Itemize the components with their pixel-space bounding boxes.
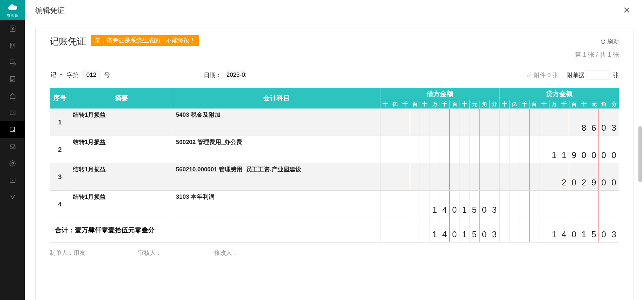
digit-cell <box>510 136 519 163</box>
th-seq: 序号 <box>50 88 70 109</box>
digit-cell <box>530 163 539 190</box>
voucher-type-select[interactable]: 记 <box>50 69 64 81</box>
row-subject[interactable]: 5403 税金及附加 <box>173 109 380 136</box>
sidebar-item-4[interactable] <box>0 71 25 88</box>
sidebar-item-8[interactable] <box>0 138 25 155</box>
sidebar-item-10[interactable] <box>0 172 25 189</box>
digit-cell: 5 <box>470 218 479 242</box>
digit-cell <box>609 191 619 218</box>
row-credit[interactable]: 1190000 <box>500 136 619 163</box>
digit-cell: 4 <box>440 191 450 218</box>
zidi-label: 字第 <box>67 71 79 79</box>
digit-header: 亿 <box>390 100 400 109</box>
row-summary[interactable]: 结转1月损益 <box>70 163 173 191</box>
digit-cell: 1 <box>460 218 469 242</box>
digit-header: 百 <box>450 100 460 109</box>
digit-cell <box>500 191 510 218</box>
table-row[interactable]: 3 结转1月损益 560210.000001 管理费用_员工工资.产业园建设 2… <box>50 163 619 191</box>
modal-header: 编辑凭证 ✕ <box>25 0 644 21</box>
digit-header: 元 <box>589 100 599 109</box>
digit-cell <box>410 163 420 190</box>
digit-cell <box>489 109 499 136</box>
digit-cell <box>410 191 420 218</box>
row-debit[interactable]: 1401503 <box>380 191 499 218</box>
digit-cell <box>519 109 529 136</box>
digit-cell: 4 <box>559 218 569 242</box>
sidebar-item-9[interactable] <box>0 155 25 172</box>
digit-cell <box>430 136 440 163</box>
row-summary[interactable]: 结转1月损益 <box>70 136 173 163</box>
digit-header: 角 <box>479 100 489 109</box>
row-credit[interactable] <box>500 191 619 218</box>
digit-header: 万 <box>430 100 440 109</box>
close-icon[interactable]: ✕ <box>620 4 634 17</box>
digit-cell <box>440 136 450 163</box>
date-input[interactable] <box>226 70 246 80</box>
page-indicator: 第 1 张 / 共 1 张 <box>50 50 619 59</box>
sidebar: 旗舰版 <box>0 0 25 300</box>
sidebar-logo-text: 旗舰版 <box>7 13 18 18</box>
digit-cell <box>380 163 390 190</box>
digit-cell <box>510 109 519 136</box>
table-row[interactable]: 2 结转1月损益 560202 管理费用_办公费 1190000 <box>50 136 619 163</box>
modifier-label: 修改人： <box>214 249 238 257</box>
voucher-number-input[interactable] <box>82 70 101 80</box>
system-generated-badge: 亲，该凭证是系统生成的，不能修改！ <box>91 35 199 46</box>
row-debit[interactable] <box>380 163 499 190</box>
building-icon <box>9 42 16 49</box>
table-row[interactable]: 4 结转1月损益 3103 本年利润 1401503 <box>50 191 619 218</box>
sidebar-item-1[interactable] <box>0 20 25 37</box>
digit-cell: 1 <box>559 136 569 163</box>
digit-header: 百 <box>410 100 420 109</box>
digit-header: 十 <box>539 100 549 109</box>
row-debit[interactable] <box>380 109 499 136</box>
attach-count-input[interactable] <box>587 70 611 80</box>
sidebar-item-7[interactable] <box>0 121 25 138</box>
digit-cell <box>460 163 469 190</box>
digit-cell <box>380 191 390 218</box>
row-summary[interactable]: 结转1月损益 <box>70 109 173 136</box>
row-seq: 4 <box>50 191 70 218</box>
digit-cell <box>559 109 569 136</box>
digit-cell: 0 <box>479 218 489 242</box>
digit-cell: 0 <box>609 163 619 190</box>
modal-body: 记账凭证 亲，该凭证是系统生成的，不能修改！ 刷新 第 1 张 / 共 1 张 … <box>25 21 644 300</box>
hao-label: 号 <box>104 71 110 79</box>
digit-cell: 0 <box>599 136 609 163</box>
row-debit[interactable] <box>380 136 499 163</box>
table-row[interactable]: 1 结转1月损益 5403 税金及附加 8603 <box>50 109 619 136</box>
row-seq: 2 <box>50 136 70 163</box>
th-summary: 摘要 <box>70 88 173 109</box>
row-summary[interactable]: 结转1月损益 <box>70 191 173 218</box>
digit-cell <box>549 191 559 218</box>
sidebar-item-5[interactable] <box>0 88 25 104</box>
modal-title: 编辑凭证 <box>35 6 65 15</box>
row-subject[interactable]: 560210.000001 管理费用_员工工资.产业园建设 <box>173 163 380 191</box>
digit-cell <box>450 163 460 190</box>
row-subject[interactable]: 560202 管理费用_办公费 <box>173 136 380 163</box>
sidebar-item-3[interactable] <box>0 54 25 71</box>
digit-cell <box>380 136 390 163</box>
attach-count-label: 附件 0 张 <box>534 71 558 79</box>
digit-cell <box>470 136 479 163</box>
sidebar-item-6[interactable] <box>0 104 25 121</box>
voucher-type-label: 记 <box>50 71 56 79</box>
footer-row: 制单人：用友 审核人： 修改人： <box>50 249 619 257</box>
digit-header: 百 <box>569 100 579 109</box>
sidebar-item-2[interactable] <box>0 37 25 54</box>
row-credit[interactable]: 202900 <box>500 163 619 190</box>
scrollbar-thumb[interactable] <box>638 126 642 182</box>
refresh-button[interactable]: 刷新 <box>600 38 619 46</box>
row-credit[interactable]: 8603 <box>500 109 619 136</box>
svg-rect-1 <box>10 43 15 48</box>
digit-cell <box>539 218 549 242</box>
digit-cell: 0 <box>609 136 619 163</box>
digit-cell <box>489 163 499 190</box>
th-debit: 借方金额 <box>380 88 499 100</box>
attachment-link[interactable]: 附件 0 张 <box>526 71 558 79</box>
row-subject[interactable]: 3103 本年利润 <box>173 191 380 218</box>
sidebar-item-11[interactable] <box>0 189 25 205</box>
digit-cell <box>390 109 400 136</box>
voucher-icon <box>9 126 16 134</box>
digit-cell <box>400 136 410 163</box>
